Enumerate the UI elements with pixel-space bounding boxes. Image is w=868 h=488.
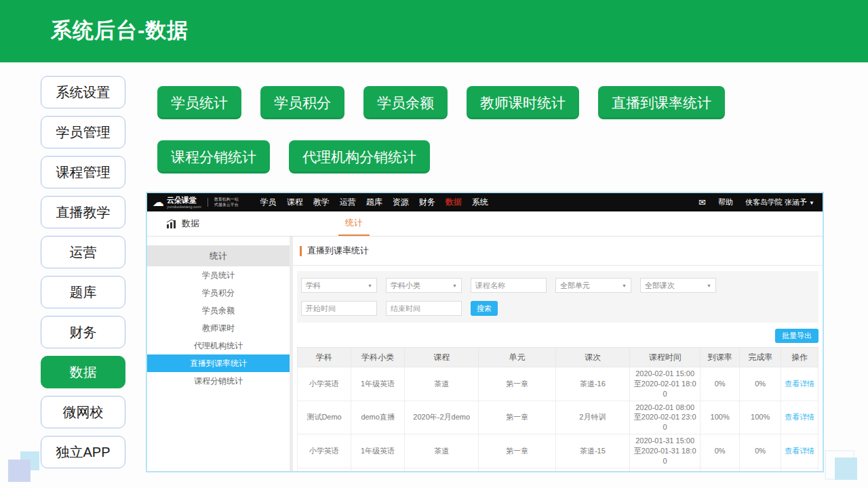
filter-area: 学科▼ 学科小类▼ 全部单元▼ 全部课次▼ bbox=[297, 271, 818, 323]
stat-sidebar-item[interactable]: 代理机构统计 bbox=[147, 337, 290, 354]
table-cell: 第一章 bbox=[479, 401, 556, 434]
table-row: 小学英语1年级英语寒假辅导第一章寒假辅导-52020-01-31 09:00至2… bbox=[298, 468, 818, 471]
decor-square-bottom-left-lavender bbox=[8, 460, 31, 482]
admin-nav-menu: 学员课程教学运营题库资源财务数据系统 bbox=[260, 197, 488, 208]
mail-icon[interactable]: ✉ bbox=[698, 197, 706, 207]
sidebar-item-5[interactable]: 题库 bbox=[41, 276, 125, 308]
table-cell: 2020-01-31 15:00至2020-01-31 18:00 bbox=[629, 434, 700, 468]
nav-item[interactable]: 学员 bbox=[260, 197, 277, 208]
page: 系统后台-数据 系统设置学员管理课程管理直播教学运营题库财务数据微网校独立APP… bbox=[0, 0, 868, 488]
table-cell: 第一章 bbox=[479, 468, 556, 471]
sidebar-item-1[interactable]: 学员管理 bbox=[41, 116, 125, 148]
sidebar-item-9[interactable]: 独立APP bbox=[41, 436, 125, 468]
subject-subcategory-select[interactable]: 学科小类▼ bbox=[386, 278, 462, 293]
stat-sidebar-item[interactable]: 学员统计 bbox=[147, 266, 290, 284]
view-detail-link[interactable]: 查看详情 bbox=[785, 447, 814, 455]
nav-item[interactable]: 课程 bbox=[287, 197, 303, 208]
table-cell: 100% bbox=[739, 401, 781, 434]
nav-item[interactable]: 数据 bbox=[446, 197, 462, 208]
column-header: 课程时间 bbox=[629, 348, 700, 367]
caret-down-icon: ▼ bbox=[707, 283, 711, 288]
nav-item[interactable]: 题库 bbox=[366, 197, 382, 208]
quick-button[interactable]: 代理机构分销统计 bbox=[289, 140, 430, 174]
table-cell: 茶道 bbox=[405, 434, 479, 468]
table-header-row: 学科学科小类课程单元课次课程时间到课率完成率操作 bbox=[298, 348, 818, 367]
sidebar-item-8[interactable]: 微网校 bbox=[41, 396, 125, 428]
table-cell: 寒假辅导-5 bbox=[555, 468, 629, 471]
quick-button[interactable]: 教师课时统计 bbox=[467, 86, 579, 119]
table-cell: 小学英语 bbox=[298, 367, 351, 401]
stat-sidebar-item[interactable]: 直播到课率统计 bbox=[147, 354, 290, 372]
sidebar-item-4[interactable]: 运营 bbox=[41, 236, 125, 268]
unit-select[interactable]: 全部单元▼ bbox=[555, 278, 631, 293]
quick-button[interactable]: 学员统计 bbox=[157, 86, 241, 119]
tab-statistics[interactable]: 统计 bbox=[338, 211, 370, 236]
search-button[interactable]: 搜索 bbox=[471, 301, 498, 316]
table-cell: 0% bbox=[701, 367, 740, 401]
nav-item[interactable]: 教学 bbox=[313, 197, 330, 208]
table-cell-action: 查看详情 bbox=[781, 367, 818, 401]
table-cell: 1年级英语 bbox=[351, 468, 405, 471]
table-cell: 茶道-15 bbox=[555, 434, 629, 468]
course-name-input[interactable] bbox=[471, 278, 547, 293]
batch-export-button[interactable]: 批量导出 bbox=[775, 329, 818, 343]
view-detail-link[interactable]: 查看详情 bbox=[785, 413, 814, 421]
table-cell-action: 查看详情 bbox=[781, 468, 818, 471]
nav-item[interactable]: 财务 bbox=[419, 197, 435, 208]
sidebar-item-7[interactable]: 数据 bbox=[41, 356, 125, 388]
table-cell: 茶道 bbox=[405, 367, 479, 401]
table-cell: 茶道-16 bbox=[555, 367, 629, 401]
title-accent-bar bbox=[300, 246, 302, 256]
quick-buttons-row-1: 学员统计学员积分学员余额教师课时统计直播到课率统计 bbox=[157, 86, 725, 119]
nav-item[interactable]: 系统 bbox=[472, 197, 488, 208]
caret-down-icon: ▼ bbox=[368, 283, 372, 288]
panel-title: 直播到课率统计 bbox=[293, 237, 823, 266]
sidebar-item-6[interactable]: 财务 bbox=[41, 316, 125, 348]
section-label: 数据 bbox=[166, 218, 199, 230]
table-cell: 第一章 bbox=[479, 434, 556, 468]
account-menu[interactable]: 侠客岛学院 张涵予 ▼ bbox=[745, 197, 814, 207]
quick-buttons-row-2: 课程分销统计代理机构分销统计 bbox=[157, 140, 430, 174]
table-cell: 小学英语 bbox=[298, 468, 351, 471]
admin-nav-right: ✉ 帮助 侠客岛学院 张涵予 ▼ bbox=[698, 197, 817, 207]
quick-button[interactable]: 直播到课率统计 bbox=[598, 86, 725, 119]
brand-domain: yunduoketang.com bbox=[167, 205, 201, 209]
table-row: 测试Demodemo直播2020年-2月demo第一章2月特训2020-02-0… bbox=[298, 401, 818, 434]
table-row: 小学英语1年级英语茶道第一章茶道-152020-01-31 15:00至2020… bbox=[298, 434, 818, 468]
table-cell: 1年级英语 bbox=[351, 434, 405, 468]
table-cell: 0% bbox=[739, 434, 781, 468]
start-time-input[interactable] bbox=[301, 301, 377, 316]
help-link[interactable]: 帮助 bbox=[718, 197, 733, 207]
table-cell-action: 查看详情 bbox=[781, 434, 818, 468]
column-header: 单元 bbox=[479, 348, 556, 367]
column-header: 完成率 bbox=[739, 348, 781, 367]
subject-select[interactable]: 学科▼ bbox=[301, 278, 377, 293]
quick-button[interactable]: 课程分销统计 bbox=[157, 140, 270, 174]
quick-button[interactable]: 学员余额 bbox=[363, 86, 448, 119]
table-cell: 2020年-2月demo bbox=[405, 401, 479, 434]
table-cell: 2020-02-01 15:00至2020-02-01 18:00 bbox=[629, 367, 700, 401]
table-cell: 小学英语 bbox=[298, 434, 351, 468]
stat-sidebar-item[interactable]: 教师课时 bbox=[147, 319, 290, 337]
column-header: 学科 bbox=[298, 348, 351, 367]
sidebar-item-3[interactable]: 直播教学 bbox=[41, 196, 125, 228]
stat-sidebar-item[interactable]: 学员积分 bbox=[147, 284, 290, 302]
table-cell: 0% bbox=[739, 367, 781, 401]
nav-item[interactable]: 运营 bbox=[340, 197, 356, 208]
table-row: 小学英语1年级英语茶道第一章茶道-162020-02-01 15:00至2020… bbox=[298, 367, 818, 401]
sidebar-item-0[interactable]: 系统设置 bbox=[41, 76, 125, 108]
quick-button[interactable]: 学员积分 bbox=[260, 86, 344, 119]
lesson-select[interactable]: 全部课次▼ bbox=[640, 278, 716, 293]
stat-sidebar-header: 统计 bbox=[147, 245, 290, 266]
end-time-input[interactable] bbox=[386, 301, 462, 316]
admin-subheader: 数据 统计 bbox=[147, 211, 823, 237]
sidebar-item-2[interactable]: 课程管理 bbox=[41, 156, 125, 188]
nav-item[interactable]: 资源 bbox=[393, 197, 409, 208]
admin-body: 统计 学员统计学员积分学员余额教师课时代理机构统计直播到课率统计课程分销统计 直… bbox=[147, 237, 823, 471]
view-detail-link[interactable]: 查看详情 bbox=[785, 380, 814, 388]
caret-down-icon: ▼ bbox=[622, 283, 627, 288]
stat-sidebar-item[interactable]: 课程分销统计 bbox=[147, 372, 290, 390]
table-cell: 第一章 bbox=[479, 367, 556, 401]
stat-sidebar-item[interactable]: 学员余额 bbox=[147, 302, 290, 319]
filter-row-1: 学科▼ 学科小类▼ 全部单元▼ 全部课次▼ bbox=[300, 278, 816, 293]
